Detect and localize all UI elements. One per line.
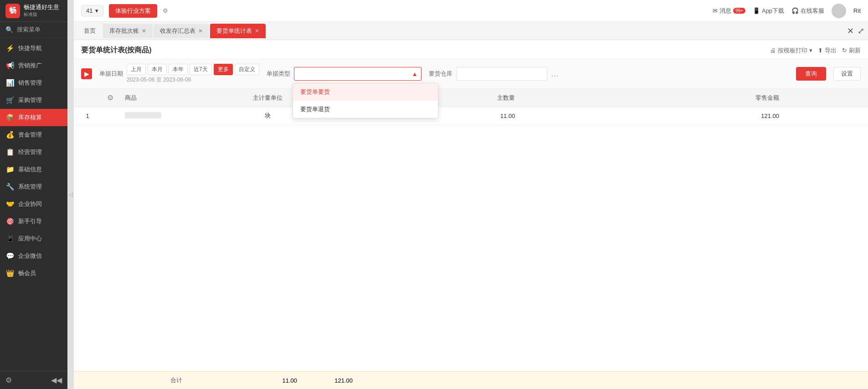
messages-btn[interactable]: ✉ 消息 99+ [713,7,745,15]
date-btn-this-year[interactable]: 本年 [169,64,188,75]
tab-inventory-batch-close[interactable]: ✕ [142,28,146,34]
type-input[interactable] [294,67,421,81]
cell-amount: 121.00 [520,107,785,125]
col-index [74,89,101,107]
sidebar-item-operation[interactable]: 📋 经营管理 [0,143,67,161]
filter-settings-btn[interactable]: 设置 [833,67,861,81]
page-actions: 🖨 按模板打印 ▾ ⬆ 导出 ↻ 刷新 [770,46,861,55]
sidebar-item-label: 企业协同 [18,200,42,208]
app-download-btn[interactable]: 📱 App下载 [753,7,784,15]
col-product: 商品 [119,89,233,107]
query-btn[interactable]: 查询 [796,67,826,81]
tab-order-stats[interactable]: 要货单统计表 ✕ [210,24,266,38]
settings-footer-icon[interactable]: ⚙ [5,376,12,384]
sidebar-header: 畅 畅捷通好生意 标准版 [0,0,67,22]
sidebar-item-inventory[interactable]: 📦 库存核算 [0,109,67,126]
industry-btn[interactable]: 体验行业方案 [109,4,157,18]
sidebar-item-label: 营销推广 [18,61,42,70]
date-btn-this-month[interactable]: 本月 [148,64,167,75]
sidebar-item-basic-info[interactable]: 📁 基础信息 [0,161,67,178]
dropdown-item-order-return[interactable]: 要货单退货 [293,101,438,118]
sidebar-item-label: 资金管理 [18,131,42,139]
tab-receive-summary-label: 收发存汇总表 [160,27,195,35]
headset-icon: 🎧 [791,7,799,14]
phone-icon: 📱 [753,7,760,14]
page-header: 要货单统计表(按商品) 🖨 按模板打印 ▾ ⬆ 导出 ↻ 刷新 [74,40,868,59]
sidebar-item-cooperation[interactable]: 🤝 企业协同 [0,195,67,213]
app-center-icon: 📱 [5,235,15,243]
sidebar-search[interactable]: 🔍 搜索菜单 [0,22,67,38]
avatar[interactable] [832,4,846,18]
store-number: 41 [86,7,92,14]
date-buttons-group: 上月 本月 本年 近7天 更多 自定义 2023-05-06 至 2023-06… [127,64,259,84]
marketing-icon: 📢 [5,61,15,70]
col-unit: 主计量单位 [233,89,302,107]
sidebar-item-marketing[interactable]: 📢 营销推广 [0,57,67,74]
table-container: ⚙ 商品 主计量单位 主数量 零售金额 1 [74,89,868,371]
export-btn[interactable]: ⬆ 导出 [818,46,837,55]
print-btn[interactable]: 🖨 按模板打印 ▾ [770,46,812,55]
filter-more-btn[interactable]: … [551,69,559,79]
sidebar-item-label: 库存核算 [18,113,42,122]
messages-badge: 99+ [733,8,745,14]
store-selector[interactable]: 41 ▾ [81,5,103,16]
filter-expand-btn[interactable]: ▶ [81,68,92,79]
cell-index: 1 [74,107,101,125]
sidebar-item-wechat[interactable]: 💬 企业微信 [0,247,67,265]
date-btn-custom[interactable]: 自定义 [235,64,259,75]
warehouse-label: 要货仓库 [429,70,452,78]
tab-inventory-batch-label: 库存批次账 [109,27,139,35]
date-btn-more[interactable]: 更多 [214,64,233,75]
sidebar-item-system[interactable]: 🔧 系统管理 [0,178,67,195]
tab-close-all-icon[interactable]: ✕ [847,26,854,36]
col-amount: 零售金额 [520,89,785,107]
topbar-settings-icon[interactable]: ⚙ [163,7,168,14]
date-btn-last-7-days[interactable]: 近7天 [190,64,212,75]
refresh-btn[interactable]: ↻ 刷新 [842,46,861,55]
date-btn-last-month[interactable]: 上月 [127,64,146,75]
sidebar-item-label: 采购管理 [18,96,42,104]
sidebar-nav: ⚡ 快捷导航 📢 营销推广 📊 销售管理 🛒 采购管理 📦 库存核算 💰 资金管… [0,38,67,371]
table-header-row: ⚙ 商品 主计量单位 主数量 零售金额 [74,89,868,107]
sidebar-item-quick-nav[interactable]: ⚡ 快捷导航 [0,40,67,57]
sidebar-search-label: 搜索菜单 [17,26,41,34]
online-service-btn[interactable]: 🎧 在线客服 [791,7,824,15]
app-title: 畅捷通好生意 [24,4,59,11]
sidebar-item-app-center[interactable]: 📱 应用中心 [0,230,67,247]
filter-bar: ▶ 单据日期 上月 本月 本年 近7天 更多 自定义 2023-05-06 至 … [74,59,868,89]
sidebar-item-purchase[interactable]: 🛒 采购管理 [0,92,67,109]
tab-receive-summary[interactable]: 收发存汇总表 ✕ [154,24,209,38]
sidebar-item-label: 销售管理 [18,79,42,87]
filter-type-group: 单据类型 ▲ [267,67,421,81]
collapse-icon[interactable]: ◀◀ [51,376,62,384]
sidebar-item-label: 快捷导航 [18,44,42,52]
dropdown-item-order-goods[interactable]: 要货单要货 [293,83,438,101]
col-extra [785,89,868,107]
footer-label: 合计 [79,376,182,384]
tab-inventory-batch[interactable]: 库存批次账 ✕ [103,24,153,38]
table-row: 1 块 11.00 121.00 [74,107,868,125]
table-settings-icon[interactable]: ⚙ [107,94,113,102]
sidebar-item-guide[interactable]: 🎯 新手引导 [0,213,67,230]
app-logo: 畅 [5,4,20,18]
sidebar-item-vip[interactable]: 👑 畅会员 [0,265,67,282]
filter-warehouse-group: 要货仓库 … [429,67,559,81]
tab-order-stats-close[interactable]: ✕ [255,28,259,34]
quick-nav-icon: ⚡ [5,44,15,52]
topbar-right: ✉ 消息 99+ 📱 App下载 🎧 在线客服 Rit [713,4,861,18]
tab-expand-icon[interactable]: ⤢ [858,26,864,36]
cell-product [119,107,233,125]
sidebar-footer: ⚙ ◀◀ [0,371,67,389]
type-dropdown-arrow[interactable]: ▲ [412,71,418,77]
sidebar-collapse-handle[interactable]: ◁ [67,0,74,389]
date-label: 单据日期 [99,70,123,78]
tab-receive-summary-close[interactable]: ✕ [198,28,203,34]
sales-icon: 📊 [5,79,15,87]
col-settings[interactable]: ⚙ [101,89,119,107]
tab-actions: ✕ ⤢ [847,26,864,36]
warehouse-input[interactable] [456,67,547,81]
sidebar-item-finance[interactable]: 💰 资金管理 [0,126,67,143]
sidebar-item-sales[interactable]: 📊 销售管理 [0,74,67,92]
tab-home[interactable]: 首页 [77,24,102,38]
system-icon: 🔧 [5,183,15,191]
